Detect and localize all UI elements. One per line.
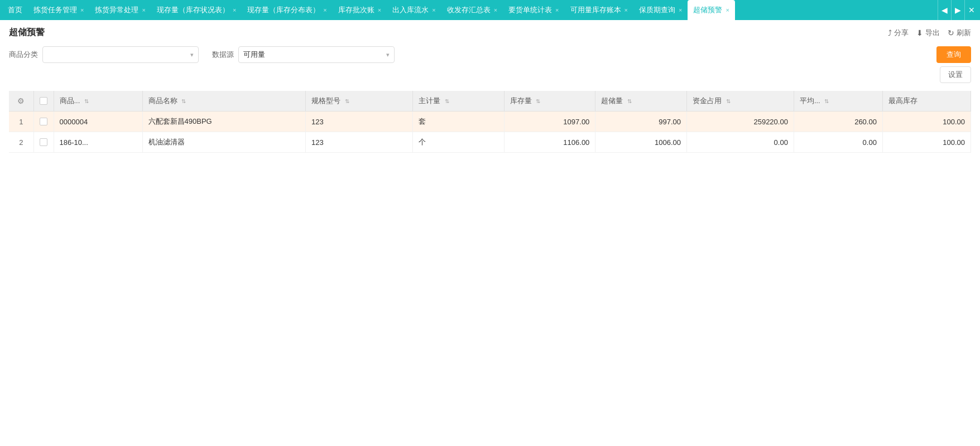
close-order-stat-icon[interactable]: × (555, 7, 559, 13)
nav-task-mgmt[interactable]: 拣货任务管理 × (28, 0, 89, 20)
col-header-inventory: 库存量 ⇅ (504, 91, 595, 112)
cell-inventory-1: 1106.00 (504, 132, 595, 153)
table-row: 2 186-10... 机油滤清器 123 个 1106.00 1006.00 … (9, 132, 971, 153)
col-header-capital: 资金占用 ⇅ (687, 91, 794, 112)
col-header-avg: 平均... ⇅ (794, 91, 882, 112)
data-table: ⚙ 商品... ⇅ 商品名称 ⇅ 规格型号 ⇅ (9, 91, 971, 153)
cell-inventory-0: 1097.00 (504, 112, 595, 132)
row-checkbox-1[interactable] (40, 138, 47, 146)
cell-overstock-0: 997.00 (595, 112, 687, 132)
cell-avg-0: 260.00 (794, 112, 882, 132)
datasource-select[interactable]: 可用量 ▾ (238, 46, 395, 63)
sort-capital-icon[interactable]: ⇅ (726, 98, 731, 104)
nav-available-account[interactable]: 可用量库存账本 × (565, 0, 633, 20)
cell-check-0 (33, 112, 54, 132)
page-title: 超储预警 (9, 27, 45, 38)
category-chevron-icon: ▾ (190, 51, 194, 59)
sort-product-name-icon[interactable]: ⇅ (181, 98, 186, 104)
nav-batch-account[interactable]: 库存批次账 × (333, 0, 387, 20)
datasource-filter-group: 数据源 可用量 ▾ (212, 46, 395, 63)
cell-product-name-1: 机油滤清器 (142, 132, 306, 153)
nav-abnormal[interactable]: 拣货异常处理 × (89, 0, 151, 20)
table-header-row: ⚙ 商品... ⇅ 商品名称 ⇅ 规格型号 ⇅ (9, 91, 971, 112)
col-header-check (33, 91, 54, 112)
nav-inventory-status[interactable]: 现存量（库存状况表） × (151, 0, 242, 20)
share-icon: ⤴ (888, 28, 892, 37)
cell-spec-1: 123 (306, 132, 413, 153)
cell-capital-0: 259220.00 (687, 112, 794, 132)
table-row: 1 0000004 六配套新昌490BPG 123 套 1097.00 997.… (9, 112, 971, 132)
nav-inout-flow[interactable]: 出入库流水 × (387, 0, 441, 20)
export-icon: ⬇ (916, 28, 923, 37)
nav-overstock-warning[interactable]: 超储预警 × (688, 0, 734, 20)
sort-spec-icon[interactable]: ⇅ (345, 98, 349, 104)
col-header-unit: 主计量 ⇅ (412, 91, 504, 112)
cell-check-1 (33, 132, 54, 153)
settings-button[interactable]: 设置 (940, 66, 971, 83)
row-checkbox-0[interactable] (40, 118, 47, 125)
refresh-button[interactable]: ↻ 刷新 (948, 28, 971, 38)
cell-spec-0: 123 (306, 112, 413, 132)
page-content: 超储预警 ⤴ 分享 ⬇ 导出 ↻ 刷新 商品分类 ▾ 数据源 (0, 20, 980, 446)
nav-prev-arrow[interactable]: ◀ (938, 0, 951, 20)
cell-max-inventory-0: 100.00 (882, 112, 971, 132)
nav-order-stat[interactable]: 要货单统计表 × (503, 0, 564, 20)
header-checkbox[interactable] (40, 97, 47, 105)
close-inventory-status-icon[interactable]: × (233, 7, 236, 13)
col-header-gear: ⚙ (9, 91, 33, 112)
cell-product-code-1: 186-10... (54, 132, 142, 153)
cell-index-1: 2 (9, 132, 33, 153)
close-overstock-warning-icon[interactable]: × (726, 7, 729, 13)
datasource-chevron-icon: ▾ (386, 51, 390, 59)
close-task-mgmt-icon[interactable]: × (80, 7, 84, 13)
col-header-product-code: 商品... ⇅ (54, 91, 142, 112)
cell-index-0: 1 (9, 112, 33, 132)
sort-product-code-icon[interactable]: ⇅ (84, 98, 89, 104)
close-inventory-dist-icon[interactable]: × (323, 7, 326, 13)
col-header-overstock: 超储量 ⇅ (595, 91, 687, 112)
header-actions: ⤴ 分享 ⬇ 导出 ↻ 刷新 (888, 28, 971, 38)
cell-capital-1: 0.00 (687, 132, 794, 153)
cell-avg-1: 0.00 (794, 132, 882, 153)
sort-overstock-icon[interactable]: ⇅ (627, 98, 632, 104)
sort-inventory-icon[interactable]: ⇅ (536, 98, 540, 104)
nav-collect-summary[interactable]: 收发存汇总表 × (441, 0, 503, 20)
cell-unit-1: 个 (412, 132, 504, 153)
cell-product-name-0: 六配套新昌490BPG (142, 112, 306, 132)
gear-icon[interactable]: ⚙ (17, 96, 25, 105)
share-button[interactable]: ⤴ 分享 (888, 28, 909, 38)
cell-overstock-1: 1006.00 (595, 132, 687, 153)
close-collect-summary-icon[interactable]: × (494, 7, 497, 13)
cell-unit-0: 套 (412, 112, 504, 132)
sort-avg-icon[interactable]: ⇅ (824, 98, 829, 104)
col-header-product-name: 商品名称 ⇅ (142, 91, 306, 112)
close-available-account-icon[interactable]: × (624, 7, 628, 13)
top-navigation: 首页 拣货任务管理 × 拣货异常处理 × 现存量（库存状况表） × 现存量（库存… (0, 0, 980, 20)
action-buttons: 查询 设置 (936, 46, 971, 83)
category-filter-group: 商品分类 ▾ (9, 46, 199, 63)
col-header-max-inventory: 最高库存 (882, 91, 971, 112)
cell-product-code-0: 0000004 (54, 112, 142, 132)
close-inout-flow-icon[interactable]: × (432, 7, 435, 13)
page-header: 超储预警 ⤴ 分享 ⬇ 导出 ↻ 刷新 (9, 27, 971, 38)
close-quality-check-icon[interactable]: × (679, 7, 682, 13)
cell-max-inventory-1: 100.00 (882, 132, 971, 153)
nav-close-all-arrow[interactable]: ✕ (964, 0, 978, 20)
close-batch-account-icon[interactable]: × (378, 7, 381, 13)
export-button[interactable]: ⬇ 导出 (916, 28, 940, 38)
col-header-spec: 规格型号 ⇅ (306, 91, 413, 112)
nav-home[interactable]: 首页 (2, 0, 28, 20)
nav-quality-check[interactable]: 保质期查询 × (633, 0, 688, 20)
nav-inventory-dist[interactable]: 现存量（库存分布表） × (242, 0, 332, 20)
category-label: 商品分类 (9, 50, 38, 60)
nav-next-arrow[interactable]: ▶ (951, 0, 964, 20)
category-select[interactable]: ▾ (42, 46, 199, 63)
refresh-icon: ↻ (948, 28, 954, 37)
close-abnormal-icon[interactable]: × (142, 7, 145, 13)
sort-unit-icon[interactable]: ⇅ (445, 98, 449, 104)
datasource-label: 数据源 (212, 50, 234, 60)
filter-area: 商品分类 ▾ 数据源 可用量 ▾ 查询 设置 (9, 46, 971, 83)
query-button[interactable]: 查询 (936, 46, 971, 63)
table-body: 1 0000004 六配套新昌490BPG 123 套 1097.00 997.… (9, 112, 971, 153)
